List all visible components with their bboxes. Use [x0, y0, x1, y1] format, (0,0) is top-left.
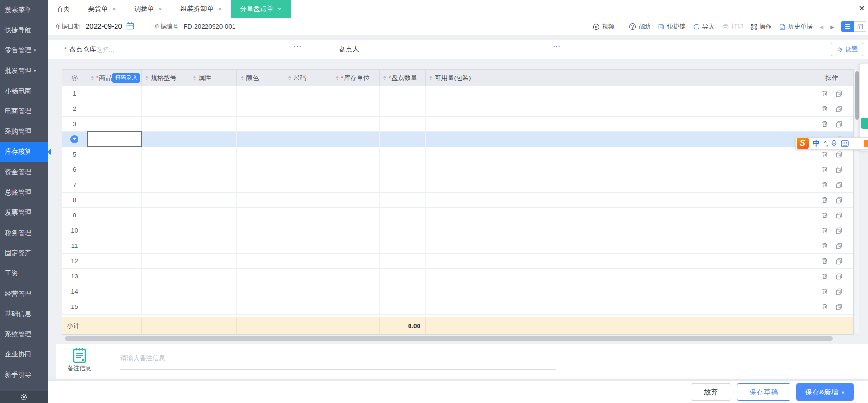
- sidebar-item-新手引导[interactable]: 新手引导: [0, 365, 48, 385]
- cell-属性[interactable]: [189, 284, 237, 299]
- sogou-logo[interactable]: S: [797, 138, 809, 149]
- cell-尺码[interactable]: [284, 284, 332, 299]
- cell-属性[interactable]: [189, 238, 237, 253]
- cell-规格型号[interactable]: [142, 284, 189, 299]
- cell-可用量(包装)[interactable]: [426, 86, 810, 101]
- sidebar-item-资金管理[interactable]: 资金管理: [0, 162, 48, 183]
- cell-盘点数量[interactable]: [380, 254, 426, 268]
- copy-row-icon[interactable]: [836, 227, 842, 234]
- cell-尺码[interactable]: [284, 147, 332, 162]
- delete-row-icon[interactable]: [821, 197, 828, 204]
- cell-库存单位[interactable]: [332, 299, 380, 314]
- cell-颜色[interactable]: [237, 193, 284, 207]
- card-view-button[interactable]: [854, 21, 866, 32]
- scan-entry-badge[interactable]: 扫码录入: [112, 73, 140, 83]
- delete-row-icon[interactable]: [821, 303, 828, 310]
- cell-规格型号[interactable]: [142, 238, 189, 253]
- copy-row-icon[interactable]: [836, 106, 842, 112]
- cell-可用量(包装)[interactable]: [426, 238, 810, 253]
- delete-row-icon[interactable]: [821, 273, 828, 280]
- cell-属性[interactable]: [189, 299, 237, 314]
- sidebar-item-小畅电商[interactable]: 小畅电商: [0, 81, 48, 101]
- cell-商品[interactable]: [87, 223, 142, 238]
- cell-可用量(包装)[interactable]: [426, 147, 810, 162]
- delete-row-icon[interactable]: [821, 227, 828, 234]
- sidebar-item-电商管理[interactable]: 电商管理: [0, 101, 48, 122]
- cell-颜色[interactable]: [237, 299, 284, 314]
- cell-可用量(包装)[interactable]: [426, 223, 810, 238]
- tab-组装拆卸单[interactable]: 组装拆卸单✕: [171, 0, 231, 18]
- cell-规格型号[interactable]: [142, 193, 189, 207]
- chinese-mode-icon[interactable]: 中: [813, 139, 820, 148]
- cell-库存单位[interactable]: [332, 193, 380, 207]
- warehouse-more-icon[interactable]: ···: [294, 43, 302, 50]
- cell-属性[interactable]: [189, 132, 237, 147]
- cell-盘点数量[interactable]: [380, 162, 426, 177]
- sidebar-item-零售管理[interactable]: 零售管理▾: [0, 40, 48, 61]
- delete-row-icon[interactable]: [821, 242, 828, 249]
- copy-row-icon[interactable]: [836, 273, 842, 280]
- cell-颜色[interactable]: [237, 132, 284, 147]
- cell-颜色[interactable]: [237, 117, 284, 131]
- sidebar-item-批发管理[interactable]: 批发管理▾: [0, 61, 48, 81]
- cell-盘点数量[interactable]: [380, 223, 426, 238]
- cell-规格型号[interactable]: [142, 223, 189, 238]
- tab-调拨单[interactable]: 调拨单✕: [125, 0, 171, 18]
- cell-可用量(包装)[interactable]: [426, 177, 810, 192]
- cell-可用量(包装)[interactable]: [426, 101, 810, 116]
- cell-库存单位[interactable]: [332, 101, 380, 116]
- sidebar-item-经营管理[interactable]: 经营管理: [0, 284, 48, 304]
- copy-row-icon[interactable]: [836, 167, 842, 173]
- clipboard-orange-icon[interactable]: [864, 140, 868, 147]
- copy-row-icon[interactable]: [836, 182, 842, 188]
- sort-icon[interactable]: [336, 76, 339, 80]
- cell-属性[interactable]: [189, 269, 237, 284]
- column-header-颜色[interactable]: 颜色: [237, 70, 284, 86]
- cell-库存单位[interactable]: [332, 284, 380, 299]
- cell-尺码[interactable]: [284, 117, 332, 131]
- sort-icon[interactable]: [429, 76, 432, 80]
- cell-颜色[interactable]: [237, 101, 284, 116]
- cell-尺码[interactable]: [284, 101, 332, 116]
- column-header-可用量(包装)[interactable]: 可用量(包装): [426, 70, 810, 86]
- cell-规格型号[interactable]: [142, 132, 189, 147]
- cell-颜色[interactable]: [237, 162, 284, 177]
- cell-库存单位[interactable]: [332, 254, 380, 268]
- cell-盘点数量[interactable]: [380, 117, 426, 131]
- punctuation-icon[interactable]: °,: [824, 140, 828, 147]
- cell-颜色[interactable]: [237, 254, 284, 268]
- cell-可用量(包装)[interactable]: [426, 299, 810, 314]
- sidebar-item-采购管理[interactable]: 采购管理: [0, 122, 48, 142]
- cell-属性[interactable]: [189, 162, 237, 177]
- import-button[interactable]: 导入: [693, 22, 715, 31]
- doc-date-input[interactable]: 2022-09-20: [85, 21, 137, 32]
- cell-可用量(包装)[interactable]: [426, 132, 810, 147]
- cell-盘点数量[interactable]: [380, 269, 426, 284]
- cell-尺码[interactable]: [284, 132, 332, 147]
- tab-close-icon[interactable]: ✕: [217, 6, 222, 12]
- sidebar-item-库存核算[interactable]: 库存核算: [0, 142, 48, 162]
- tab-close-icon[interactable]: ✕: [112, 6, 116, 12]
- cell-规格型号[interactable]: [142, 299, 189, 314]
- tab-要货单[interactable]: 要货单✕: [79, 0, 125, 18]
- cell-属性[interactable]: [189, 223, 237, 238]
- copy-row-icon[interactable]: [836, 151, 842, 158]
- sidebar-item-企业协同[interactable]: 企业协同: [0, 344, 48, 365]
- cell-颜色[interactable]: [237, 269, 284, 284]
- cell-盘点数量[interactable]: [380, 284, 426, 299]
- cell-颜色[interactable]: [237, 223, 284, 238]
- cell-属性[interactable]: [189, 254, 237, 268]
- cell-尺码[interactable]: [284, 254, 332, 268]
- copy-row-icon[interactable]: [836, 288, 842, 295]
- warehouse-input[interactable]: 选择...: [96, 46, 114, 54]
- history-button[interactable]: 历史单据: [779, 22, 813, 31]
- cell-库存单位[interactable]: [332, 223, 380, 238]
- row-number-cell[interactable]: 13: [62, 269, 87, 284]
- cell-库存单位[interactable]: [332, 162, 380, 177]
- cell-规格型号[interactable]: [142, 254, 189, 268]
- row-number-cell[interactable]: 14: [62, 284, 87, 299]
- sidebar-footer[interactable]: [0, 391, 48, 403]
- sort-icon[interactable]: [288, 76, 291, 80]
- row-number-cell[interactable]: 1: [62, 86, 87, 101]
- sort-icon[interactable]: [241, 76, 244, 80]
